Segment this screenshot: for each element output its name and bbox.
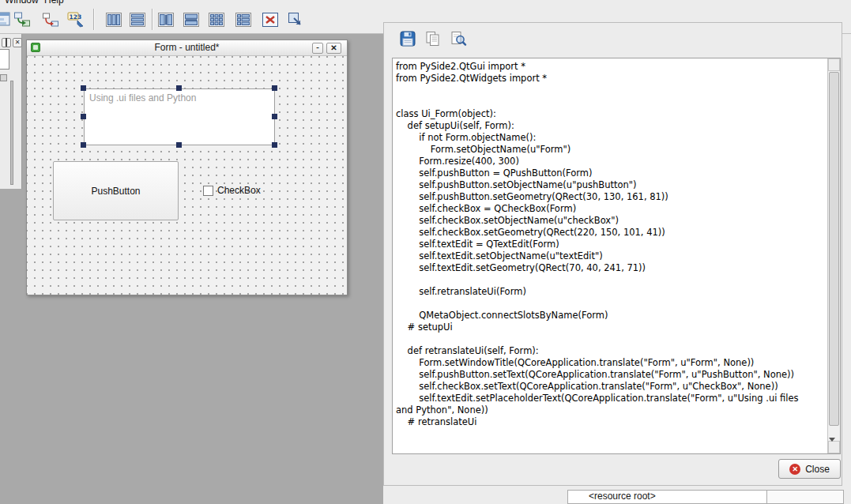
splitter-horizontal-icon[interactable] — [156, 10, 175, 29]
menu-window[interactable]: Window — [5, 0, 39, 6]
widget-filter-input[interactable] — [0, 49, 9, 70]
code-line — [396, 96, 827, 108]
widgetbox-scrollbar[interactable] — [10, 81, 13, 185]
code-line — [396, 274, 827, 286]
close-button-label: Close — [805, 464, 830, 475]
arrow-down-icon — [829, 438, 835, 455]
break-layout-icon[interactable] — [261, 10, 280, 29]
save-icon[interactable] — [399, 30, 416, 47]
layout-horizontal-icon[interactable] — [104, 10, 123, 29]
checkbox-indicator[interactable] — [203, 186, 213, 196]
resource-browser-column[interactable] — [767, 490, 844, 504]
code-line — [396, 298, 827, 310]
form-canvas[interactable]: Using .ui files and Python PushButton Ch… — [27, 56, 347, 295]
form-icon — [31, 43, 40, 52]
code-line: self.textEdit.setGeometry(QRect(70, 40, … — [396, 262, 827, 274]
code-line — [396, 333, 827, 345]
widget-box-panel: ✕ — [0, 34, 22, 189]
layout-vertical-icon[interactable] — [128, 10, 147, 29]
code-line: from PySide2.QtWidgets import * — [396, 73, 827, 85]
code-line: self.textEdit.setPlaceholderText(QCoreAp… — [396, 393, 827, 404]
code-line: self.pushButton.setGeometry(QRect(30, 13… — [396, 191, 827, 203]
code-line: if not Form.objectName(): — [396, 132, 827, 144]
selection-handle-middle-right[interactable] — [272, 114, 277, 119]
svg-text:123: 123 — [70, 13, 82, 21]
code-line: QMetaObject.connectSlotsByName(Form) — [396, 310, 827, 322]
code-line: self.pushButton.setObjectName(u"pushButt… — [396, 179, 827, 191]
code-area[interactable]: from PySide2.QtGui import *from PySide2.… — [393, 58, 827, 453]
code-line: Form.resize(400, 300) — [396, 156, 827, 167]
edit-buddies-icon[interactable] — [41, 10, 60, 29]
float-icon — [6, 38, 7, 47]
splitter-vertical-icon[interactable] — [182, 10, 201, 29]
form-editor-window: Form - untitled* - ✕ Using .ui files and… — [26, 39, 348, 295]
dock-float-button[interactable] — [2, 38, 11, 47]
close-icon: ✕ — [789, 464, 800, 475]
code-line: self.retranslateUi(Form) — [396, 286, 827, 298]
form-window-titlebar[interactable]: Form - untitled* - ✕ — [27, 40, 347, 56]
selection-handle-bottom-right[interactable] — [272, 142, 277, 148]
edit-tab-order-icon[interactable]: 123 — [66, 10, 85, 29]
dock-close-button[interactable]: ✕ — [13, 38, 22, 47]
code-line — [396, 85, 827, 96]
code-line: # retranslateUi — [396, 416, 827, 428]
code-scrollbar[interactable] — [827, 58, 840, 453]
pushbutton-widget[interactable]: PushButton — [53, 161, 179, 220]
toolbar-separator — [93, 9, 95, 30]
copy-icon[interactable] — [424, 30, 442, 47]
code-line: self.textEdit.setObjectName(u"textEdit") — [396, 250, 827, 262]
adjust-size-icon[interactable] — [286, 10, 305, 29]
toolbar-separator — [152, 9, 153, 30]
textedit-placeholder: Using .ui files and Python — [85, 89, 274, 107]
resource-root-item[interactable]: <resource root> — [567, 490, 767, 504]
selection-handle-top-left[interactable] — [81, 85, 86, 91]
code-line: self.checkBox = QCheckBox(Form) — [396, 203, 827, 215]
layout-grid-icon[interactable] — [207, 10, 226, 29]
menu-help[interactable]: Help — [44, 0, 64, 6]
scroll-up-button[interactable] — [828, 58, 840, 71]
code-line: def retranslateUi(self, Form): — [396, 345, 827, 357]
code-line: # setupUi — [396, 322, 827, 333]
code-line: Form.setObjectName(u"Form") — [396, 144, 827, 156]
resource-browser: <resource root> — [567, 490, 844, 504]
selection-handle-bottom-left[interactable] — [81, 142, 86, 148]
layout-form-icon[interactable] — [234, 10, 253, 29]
code-line: self.checkBox.setGeometry(QRect(220, 150… — [396, 227, 827, 239]
selection-handle-top-right[interactable] — [272, 85, 277, 91]
code-line: self.checkBox.setObjectName(u"checkBox") — [396, 215, 827, 227]
code-line: self.pushButton = QPushButton(Form) — [396, 167, 827, 179]
checkbox-label: CheckBox — [217, 185, 261, 196]
close-window-button[interactable]: ✕ — [326, 43, 341, 54]
code-line: def setupUi(self, Form): — [396, 120, 827, 132]
code-line: self.textEdit = QTextEdit(Form) — [396, 239, 827, 250]
code-line: and Python", None)) — [396, 404, 827, 416]
textedit-widget[interactable]: Using .ui files and Python — [84, 88, 275, 145]
scroll-down-button[interactable] — [828, 441, 840, 453]
code-line: self.pushButton.setText(QCoreApplication… — [396, 369, 827, 381]
edit-widgets-icon[interactable] — [0, 10, 12, 29]
menubar: Window Help — [0, 0, 851, 6]
code-line: from PySide2.QtGui import * — [396, 61, 827, 73]
minimize-button[interactable]: - — [312, 43, 323, 54]
edit-signals-slots-icon[interactable] — [13, 10, 32, 29]
qt-designer-screen: Window Help 123 — [0, 0, 851, 504]
scrollbar-thumb[interactable] — [829, 72, 839, 426]
code-line: self.checkBox.setText(QCoreApplication.t… — [396, 381, 827, 393]
code-line: Form.setWindowTitle(QCoreApplication.tra… — [396, 357, 827, 369]
selection-handle-top-middle[interactable] — [176, 85, 182, 91]
form-window-title: Form - untitled* — [27, 40, 347, 55]
code-view: from PySide2.QtGui import *from PySide2.… — [392, 58, 841, 454]
selection-handle-middle-left[interactable] — [81, 114, 86, 119]
code-preview-dialog: from PySide2.QtGui import *from PySide2.… — [383, 22, 842, 486]
find-icon[interactable] — [450, 30, 467, 47]
close-button[interactable]: ✕ Close — [778, 459, 841, 479]
widget-category-icon — [0, 74, 7, 81]
code-line: class Ui_Form(object): — [396, 108, 827, 120]
selection-handle-bottom-middle[interactable] — [176, 142, 182, 148]
checkbox-widget[interactable]: CheckBox — [203, 185, 261, 196]
